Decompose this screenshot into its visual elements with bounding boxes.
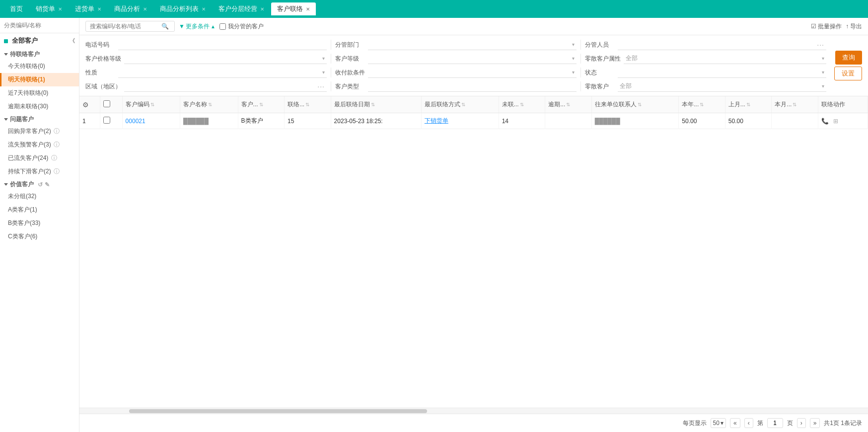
collapse-icon: 《 <box>70 37 75 45</box>
close-icon[interactable]: ✕ <box>143 6 147 12</box>
page-number-input[interactable] <box>767 418 783 428</box>
sidebar-item-week[interactable]: 近7天待联络(0) <box>0 86 79 100</box>
sidebar-group-pending[interactable]: 待联络客户 <box>0 48 79 60</box>
pagination-bar: 每页显示 50 ▾ « ‹ 第 页 › » 共1页 1条记录 <box>79 414 868 432</box>
nav-item-analysis-list[interactable]: 商品分析列表 ✕ <box>154 2 212 15</box>
cell-name: ██████ <box>180 113 238 129</box>
cust-type-label: 客户类型 <box>335 82 365 91</box>
sort-icon[interactable]: ⇅ <box>793 102 796 107</box>
filter-field-retail: 零散客户 全部▾ <box>585 81 826 92</box>
retail-select[interactable]: 全部▾ <box>618 81 826 92</box>
sidebar-item-class-c[interactable]: C类客户(6) <box>0 230 79 243</box>
sort-icon[interactable]: ⇅ <box>566 102 570 107</box>
sort-icon[interactable]: ⇅ <box>746 102 750 107</box>
info-icon: ⓘ <box>51 154 57 161</box>
row-checkbox[interactable] <box>103 117 110 124</box>
sidebar-item-repurchase-abnormal[interactable]: 回购异常客户(2) ⓘ <box>0 125 79 138</box>
sort-icon[interactable]: ⇅ <box>461 102 465 107</box>
cell-actions: 📞 ⊞ <box>818 113 868 129</box>
nav-item-customer-contact[interactable]: 客户联络 ✕ <box>271 2 316 15</box>
sort-icon[interactable]: ⇅ <box>700 102 704 107</box>
batch-operation-btn[interactable]: ☑ 批量操作 <box>811 22 842 31</box>
payment-select[interactable]: ▾ <box>368 67 577 78</box>
nav-home-label: 首页 <box>10 4 23 13</box>
sidebar-item-declining[interactable]: 持续下滑客户(2) ⓘ <box>0 165 79 178</box>
page-label: 页 <box>787 419 793 428</box>
nav-item-analysis[interactable]: 商品分析 ✕ <box>108 2 153 15</box>
more-conditions-btn[interactable]: ▼ 更多条件 ▲ <box>179 22 216 31</box>
info-icon: ⓘ <box>54 141 60 148</box>
phone-input[interactable] <box>118 39 327 50</box>
cell-last-method[interactable]: 下销货单 <box>421 113 499 129</box>
sort-icon[interactable]: ⇅ <box>638 102 642 107</box>
my-customers-checkbox[interactable]: 我分管的客户 <box>219 22 264 31</box>
close-icon[interactable]: ✕ <box>306 6 310 12</box>
nav-customer-tier-label: 客户分层经营 <box>218 4 257 13</box>
retail-attr-select[interactable]: 全部▾ <box>624 53 826 64</box>
sidebar-item-ungrouped[interactable]: 未分组(32) <box>0 190 79 203</box>
cust-type-input[interactable] <box>368 81 577 92</box>
dept-select[interactable]: ▾ <box>368 39 577 50</box>
sidebar-item-overdue[interactable]: 逾期未联络(30) <box>0 100 79 113</box>
sort-icon[interactable]: ⇅ <box>520 102 524 107</box>
nav-item-sales[interactable]: 销货单 ✕ <box>30 2 68 15</box>
filter-icon: ▼ <box>179 23 185 30</box>
sidebar-item-churned[interactable]: 已流失客户(24) ⓘ <box>0 151 79 165</box>
sidebar-item-churn-warning[interactable]: 流失预警客户(3) ⓘ <box>0 138 79 151</box>
close-icon[interactable]: ✕ <box>260 6 264 12</box>
col-gear: ⚙ <box>79 96 100 113</box>
settings-button[interactable]: 设置 <box>834 67 862 80</box>
nature-select[interactable]: ▾ <box>118 67 327 78</box>
nav-item-home[interactable]: 首页 <box>4 2 29 15</box>
gear-icon[interactable]: ⚙ <box>82 101 89 109</box>
search-input[interactable] <box>90 23 159 30</box>
all-customers-header[interactable]: 全部客户 《 <box>0 33 79 48</box>
contact-action-icon[interactable]: 📞 <box>821 118 829 125</box>
sidebar-item-class-b[interactable]: B类客户(33) <box>0 216 79 230</box>
search-icon[interactable]: 🔍 <box>161 23 169 30</box>
sidebar-group-value[interactable]: 价值客户 ↺ ✎ <box>0 178 79 190</box>
col-contact-count: 联络...⇅ <box>285 96 331 113</box>
nav-item-customer-tier[interactable]: 客户分层经营 ✕ <box>213 2 270 15</box>
search-box[interactable]: 🔍 <box>85 21 175 32</box>
sidebar-group-problem[interactable]: 问题客户 <box>0 113 79 125</box>
sidebar-item-class-a[interactable]: A类客户(1) <box>0 203 79 216</box>
person-input[interactable]: ··· <box>618 39 826 50</box>
next-page-btn[interactable]: › <box>797 418 806 428</box>
scroll-thumb[interactable] <box>129 409 427 413</box>
sort-icon[interactable]: ⇅ <box>150 102 154 107</box>
filter-field-payment: 收付款条件 ▾ <box>335 67 577 78</box>
refresh-icon[interactable]: ↺ <box>38 181 43 188</box>
filter-field-retail-attr: 零散客户属性 全部▾ <box>585 53 826 64</box>
status-select[interactable]: ▾ <box>618 67 826 78</box>
prev-page-btn[interactable]: ‹ <box>744 418 753 428</box>
price-grade-select[interactable]: ▾ <box>124 53 327 64</box>
sort-icon[interactable]: ⇅ <box>208 102 212 107</box>
query-button[interactable]: 查询 <box>835 51 862 65</box>
chevron-up-icon: ▲ <box>211 24 216 29</box>
sort-icon[interactable]: ⇅ <box>259 102 263 107</box>
close-icon[interactable]: ✕ <box>58 6 62 12</box>
sidebar-item-tomorrow[interactable]: 明天待联络(1) <box>0 73 79 86</box>
close-icon[interactable]: ✕ <box>97 6 101 12</box>
edit-icon[interactable]: ✎ <box>45 181 50 188</box>
table-header-row: ⚙ 客户编码⇅ 客户名称⇅ 客户...⇅ 联络...⇅ 最后联络日期⇅ 最后联络… <box>79 96 868 113</box>
close-icon[interactable]: ✕ <box>202 6 206 12</box>
cust-grade-select[interactable]: ▾ <box>368 53 577 64</box>
sort-icon[interactable]: ⇅ <box>305 102 309 107</box>
sidebar-item-today[interactable]: 今天待联络(0) <box>0 60 79 73</box>
export-btn[interactable]: ↑ 导出 <box>846 22 862 31</box>
region-input[interactable]: ··· <box>124 81 327 92</box>
nav-item-purchase[interactable]: 进货单 ✕ <box>69 2 107 15</box>
select-all-checkbox[interactable] <box>103 100 110 107</box>
more-action-icon[interactable]: ⊞ <box>833 118 838 125</box>
last-page-btn[interactable]: » <box>810 418 820 428</box>
horizontal-scrollbar[interactable] <box>79 408 868 414</box>
my-customers-check[interactable] <box>219 23 226 30</box>
cell-code[interactable]: 000021 <box>122 113 180 129</box>
page-size-select[interactable]: 50 ▾ <box>711 418 726 428</box>
sidebar-search-input[interactable] <box>4 22 78 29</box>
col-overdue: 逾期...⇅ <box>545 96 592 113</box>
first-page-btn[interactable]: « <box>730 418 740 428</box>
sort-icon[interactable]: ⇅ <box>371 102 375 107</box>
